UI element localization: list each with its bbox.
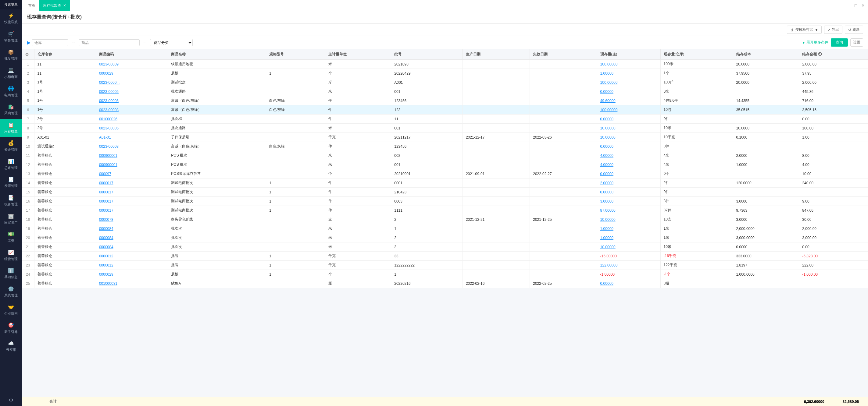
qty-link[interactable]: 0.00000 bbox=[600, 281, 613, 286]
qty-link[interactable]: 100.00000 bbox=[600, 80, 618, 85]
sidebar-item-purchase[interactable]: 🛍️ 采购管理 bbox=[0, 101, 22, 119]
qty-link[interactable]: 122.00000 bbox=[600, 263, 618, 267]
code-link[interactable]: 0023-00005 bbox=[99, 90, 119, 94]
sidebar-item-invoice[interactable]: 🧾 发票管理 bbox=[0, 173, 22, 192]
code-link[interactable]: 0023-00008 bbox=[99, 108, 119, 112]
settings-icon[interactable]: ⚙ bbox=[25, 52, 29, 57]
cell-name: 测试电商批次 bbox=[168, 178, 266, 188]
sidebar-item-quick-nav[interactable]: ⚡ 快捷导航 bbox=[0, 9, 22, 28]
qty-link[interactable]: 1.00000 bbox=[600, 236, 613, 240]
code-link[interactable]: 0023-00005 bbox=[99, 99, 119, 103]
code-link[interactable]: 000097 bbox=[99, 172, 111, 176]
code-link[interactable]: 0000017 bbox=[99, 199, 114, 203]
qty-link[interactable]: -1.00000 bbox=[600, 272, 615, 276]
cell-batch: 1111 bbox=[391, 206, 463, 215]
qty-link[interactable]: 3.00000 bbox=[600, 199, 613, 203]
code-link[interactable]: 001000026 bbox=[99, 117, 117, 121]
sidebar-item-ecom[interactable]: 🌐 电商管理 bbox=[0, 82, 22, 101]
sidebar-item-ops[interactable]: 📈 经营管理 bbox=[0, 246, 22, 264]
qty-link[interactable]: 1.00000 bbox=[600, 71, 613, 75]
tab-close-icon[interactable]: ✕ bbox=[63, 0, 66, 11]
refresh-btn[interactable]: ↺ 刷新 bbox=[845, 26, 863, 34]
tab-home[interactable]: 首页 bbox=[24, 0, 39, 11]
cell-total-cost: 4.00 bbox=[799, 160, 868, 169]
qty-link[interactable]: 0.00000 bbox=[600, 172, 613, 176]
qty-link[interactable]: 4.00000 bbox=[600, 163, 613, 167]
sidebar-item-tax[interactable]: 📑 税务管理 bbox=[0, 192, 22, 210]
tab-inventory-batch[interactable]: 库存批次查 ✕ bbox=[39, 0, 70, 11]
table-settings-btn[interactable]: 设置 bbox=[850, 38, 863, 46]
sidebar-item-wholesale[interactable]: 📦 批发管理 bbox=[0, 46, 22, 64]
search-btn[interactable]: 查询 bbox=[831, 38, 848, 46]
code-link[interactable]: 0000084 bbox=[99, 227, 114, 231]
code-link[interactable]: 0023-00005 bbox=[99, 126, 119, 130]
col-code: 商品编码 bbox=[96, 49, 168, 60]
cell-prod-date bbox=[463, 69, 530, 78]
qty-link[interactable]: -16.00000 bbox=[600, 254, 617, 258]
qty-link[interactable]: 0.00000 bbox=[600, 190, 613, 194]
warehouse-input[interactable] bbox=[32, 39, 68, 46]
expand-conditions-btn[interactable]: ▼ 展开更多条件 bbox=[802, 40, 828, 45]
code-link[interactable]: 0000017 bbox=[99, 190, 114, 194]
code-link[interactable]: 000900001 bbox=[99, 154, 117, 158]
qty-link[interactable]: 10.00000 bbox=[600, 217, 616, 222]
close-btn[interactable]: ✕ bbox=[861, 3, 866, 8]
qty-link[interactable]: 4.00000 bbox=[600, 154, 613, 158]
sidebar-item-basic[interactable]: ℹ️ 基础信息 bbox=[0, 264, 22, 283]
code-link[interactable]: 0000017 bbox=[99, 208, 114, 212]
qty-link[interactable]: 100.00000 bbox=[600, 108, 618, 112]
category-select[interactable]: 商品分类 bbox=[150, 39, 193, 46]
table-container[interactable]: ⚙ 仓库名称 商品编码 商品名称 规格型号 主计量单位 批号 生产日期 失效日期… bbox=[22, 49, 868, 397]
code-link[interactable]: 0000017 bbox=[99, 181, 114, 185]
qty-link[interactable]: 87.00000 bbox=[600, 208, 616, 212]
filter-expand-icon[interactable]: ▶ bbox=[27, 40, 30, 45]
sidebar-item-system[interactable]: ⚙️ 系统管理 bbox=[0, 283, 22, 301]
cell-code: A01-01 bbox=[96, 133, 168, 142]
sidebar-item-newbie[interactable]: 🎯 新手引导 bbox=[0, 319, 22, 337]
sidebar-item-finance[interactable]: 💰 资金管理 bbox=[0, 137, 22, 155]
sidebar-item-collab[interactable]: 🤝 企业协同 bbox=[0, 301, 22, 319]
sidebar-item-cloud[interactable]: ☁️ 云应用 bbox=[0, 337, 22, 356]
qty-link[interactable]: 0.00000 bbox=[600, 117, 613, 121]
code-link[interactable]: 0000012 bbox=[99, 263, 114, 267]
code-link[interactable]: 0000012 bbox=[99, 254, 114, 258]
cell-qty-store: 0件 bbox=[660, 188, 733, 197]
sidebar-item-hr[interactable]: 💵 工资 bbox=[0, 228, 22, 246]
cell-unit: 米 bbox=[325, 233, 391, 242]
settings-btn[interactable]: ⚙ bbox=[0, 394, 22, 406]
sidebar-item-general[interactable]: 📊 总账管理 bbox=[0, 155, 22, 173]
qty-link[interactable]: 1.00000 bbox=[600, 227, 613, 231]
qty-link[interactable]: 0.00000 bbox=[600, 144, 613, 149]
col-unit-cost: 结存成本 bbox=[733, 49, 799, 60]
code-link[interactable]: 0000078 bbox=[99, 217, 114, 222]
sidebar-item-inventory[interactable]: 📋 库存核查 bbox=[0, 119, 22, 137]
code-link[interactable]: 0000084 bbox=[99, 236, 114, 240]
qty-link[interactable]: 10.00000 bbox=[600, 135, 616, 139]
code-link[interactable]: 0000029 bbox=[99, 71, 114, 75]
code-link[interactable]: 0023-00008 bbox=[99, 144, 119, 149]
qty-link[interactable]: 0.00000 bbox=[600, 90, 613, 94]
qty-link[interactable]: 10.00000 bbox=[600, 245, 616, 249]
code-link[interactable]: A01-01 bbox=[99, 135, 111, 139]
code-link[interactable]: 0023-0000... bbox=[99, 80, 120, 85]
print-template-btn[interactable]: 🖨 按模板打印 ▼ bbox=[787, 26, 822, 34]
code-link[interactable]: 000900001 bbox=[99, 163, 117, 167]
sidebar-logo[interactable]: 搜索菜单 bbox=[0, 0, 22, 9]
sidebar-item-retail[interactable]: 🛒 零售管理 bbox=[0, 28, 22, 46]
qty-link[interactable]: 2.00000 bbox=[600, 181, 613, 185]
cell-index: 2 bbox=[22, 69, 34, 78]
code-link[interactable]: 001000031 bbox=[99, 281, 117, 286]
sidebar-item-fixed-assets[interactable]: 🏢 固定资产 bbox=[0, 210, 22, 228]
export-btn[interactable]: ↗ 导出 bbox=[824, 26, 842, 34]
sidebar-item-mini-ecom[interactable]: 💻 小额电商 bbox=[0, 64, 22, 82]
qty-link[interactable]: 100.00000 bbox=[600, 62, 618, 66]
code-link[interactable]: 0023-00009 bbox=[99, 62, 119, 66]
cell-index: 17 bbox=[22, 206, 34, 215]
code-link[interactable]: 0000084 bbox=[99, 245, 114, 249]
qty-link[interactable]: 49.60000 bbox=[600, 99, 616, 103]
qty-link[interactable]: 10.00000 bbox=[600, 126, 616, 130]
product-input[interactable] bbox=[79, 39, 140, 46]
minimize-btn[interactable]: — bbox=[846, 3, 851, 8]
maximize-btn[interactable]: □ bbox=[854, 3, 858, 8]
code-link[interactable]: 0000029 bbox=[99, 272, 114, 276]
